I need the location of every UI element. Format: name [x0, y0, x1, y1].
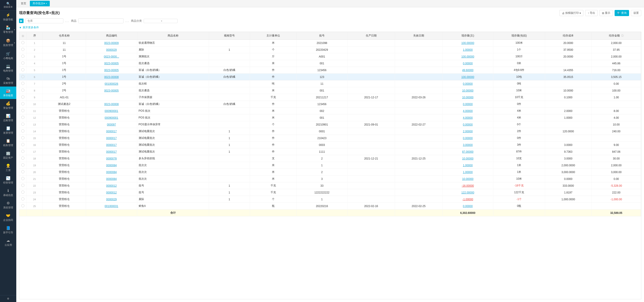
- row-qty-main[interactable]: 0.00000: [442, 60, 493, 67]
- sidebar-item-wholesale[interactable]: 📦 批发管理: [0, 36, 16, 49]
- row-code[interactable]: 0023-00008: [86, 74, 137, 80]
- row-code[interactable]: 0023-0000...: [86, 53, 137, 60]
- row-radio[interactable]: [19, 148, 26, 155]
- row-radio[interactable]: [19, 128, 26, 135]
- sidebar-settings-button[interactable]: ⚙: [0, 295, 16, 302]
- table-row[interactable]: 25 营营粉仓 001000031 鲜鱼A 瓶 20220216 2022-02…: [19, 203, 641, 210]
- row-code[interactable]: 0023-00008: [86, 101, 137, 108]
- col-warehouse[interactable]: 仓库名称: [42, 32, 86, 40]
- row-code[interactable]: 0000017: [86, 141, 137, 148]
- row-qty-main[interactable]: 10.00000: [442, 155, 493, 162]
- sidebar-item-quick-nav[interactable]: ⚡ 快捷导航: [0, 11, 16, 23]
- category-dropdown[interactable]: ▾: [144, 19, 178, 23]
- row-qty-main[interactable]: 100.00000: [442, 53, 493, 60]
- row-qty-main[interactable]: 1.00000: [442, 46, 493, 53]
- col-qty[interactable]: 现存量(包括): [493, 32, 545, 40]
- sidebar-item-invoice[interactable]: 🧾 发票管理: [0, 124, 16, 136]
- row-qty-main[interactable]: 0.00000: [442, 101, 493, 108]
- col-expire-date[interactable]: 失效日期: [395, 32, 442, 40]
- table-row[interactable]: 20 营营粉仓 0000084 批次次 米 2 1.00000 1米 3,000…: [19, 169, 641, 176]
- row-qty-main[interactable]: 0.00000: [442, 135, 493, 141]
- row-code[interactable]: 0000084: [86, 176, 137, 182]
- table-row[interactable]: 23 营营粉仓 0000012 批号 1 千克 1222222222 122.0…: [19, 189, 641, 196]
- row-radio[interactable]: [19, 141, 26, 148]
- row-qty-main[interactable]: 0.00000: [442, 80, 493, 87]
- row-qty-main[interactable]: 4.00000: [442, 114, 493, 121]
- row-radio[interactable]: [19, 108, 26, 114]
- sidebar-search[interactable]: 🔍 搜索菜单: [0, 0, 16, 11]
- row-qty-main[interactable]: 10.00000: [442, 176, 493, 182]
- display-button[interactable]: ⊞ 显示: [600, 10, 613, 16]
- row-radio[interactable]: [19, 67, 26, 74]
- row-qty-main[interactable]: 0.00000: [442, 203, 493, 210]
- sidebar-item-business[interactable]: 📉 经营管理: [0, 174, 16, 186]
- table-row[interactable]: 9 A01-01 子件保票据 千克 20211217 2021-12-17 20…: [19, 94, 641, 101]
- row-radio[interactable]: [19, 203, 26, 210]
- table-row[interactable]: 18 营营粉仓 0000078 多头异色软线 支 2 2021-12-21 20…: [19, 155, 641, 162]
- row-code[interactable]: 0000084: [86, 169, 137, 176]
- table-row[interactable]: 3 1号 0023-0000... 测测批次 斤 A001 100.00000 …: [19, 53, 641, 60]
- sidebar-item-guide[interactable]: 📘 新手引导: [0, 224, 16, 236]
- row-qty-main[interactable]: -1.00000: [442, 196, 493, 203]
- row-qty-main[interactable]: -16.00000: [442, 182, 493, 189]
- table-row[interactable]: 17 营营粉仓 0000017 测试电重批次 1 件 1111 87.00000…: [19, 148, 641, 155]
- row-code[interactable]: 0023-00005: [86, 67, 137, 74]
- sidebar-item-inventory[interactable]: 🏭 库存核查: [0, 87, 16, 99]
- row-code[interactable]: 0000029: [86, 46, 137, 53]
- row-code[interactable]: 0023-00009: [86, 40, 137, 46]
- table-row[interactable]: 10 测试遴选2 0023-00008 富诚（白色/奶橘） 白色/奶橘 件 12…: [19, 101, 641, 108]
- sidebar-item-ecommerce[interactable]: 💻 电商管理: [0, 62, 16, 74]
- row-radio[interactable]: [19, 169, 26, 176]
- table-row[interactable]: 6 1号 0023-00008 富诚（白色/奶橘） 白色/奶橘 件 123 10…: [19, 74, 641, 80]
- col-produce-date[interactable]: 生产日期: [348, 32, 395, 40]
- tab-inventory-batch[interactable]: 库存批次▾ ×: [30, 1, 50, 6]
- row-code[interactable]: 000097: [86, 121, 137, 128]
- col-product-name[interactable]: 商品名称: [137, 32, 209, 40]
- row-qty-main[interactable]: 100.00000: [442, 74, 493, 80]
- settings-button[interactable]: 设置: [631, 10, 641, 16]
- row-radio[interactable]: [19, 176, 26, 182]
- sidebar-item-purchase[interactable]: 🛍 采购管理: [0, 74, 16, 87]
- row-code[interactable]: 0000017: [86, 148, 137, 155]
- row-code[interactable]: 0000017: [86, 135, 137, 141]
- table-row[interactable]: 7 2号 001000026 批次框 吨 11 0.00000 0吨 0.00: [19, 80, 641, 87]
- sidebar-item-collaboration[interactable]: 🤝 企业协同: [0, 211, 16, 224]
- search-button[interactable]: 🔍 查询: [614, 10, 629, 16]
- col-product-code[interactable]: 商品编码: [86, 32, 137, 40]
- warehouse-input[interactable]: [27, 19, 61, 23]
- col-qty-main[interactable]: 现存量(主): [442, 32, 493, 40]
- row-code[interactable]: 001000031: [86, 203, 137, 210]
- row-code[interactable]: 0000012: [86, 189, 137, 196]
- row-qty-main[interactable]: 1.00000: [442, 169, 493, 176]
- row-radio[interactable]: [19, 196, 26, 203]
- row-radio[interactable]: [19, 121, 26, 128]
- row-qty-main[interactable]: 0.00000: [442, 121, 493, 128]
- col-spec[interactable]: 规格型号: [209, 32, 250, 40]
- table-row[interactable]: 5 1号 0023-00005 富诚（白色/奶橘） 白色/奶橘 件 123456…: [19, 67, 641, 74]
- row-radio[interactable]: [19, 162, 26, 169]
- row-code[interactable]: 0000017: [86, 128, 137, 135]
- export-button[interactable]: ↑ 导出: [585, 10, 598, 16]
- sidebar-item-cloud[interactable]: ☁ 云应用: [0, 236, 16, 248]
- row-radio[interactable]: [19, 94, 26, 101]
- table-row[interactable]: 14 营营粉仓 0000017 测试电重批次 1 件 0001 2.00000 …: [19, 128, 641, 135]
- product-input[interactable]: [80, 19, 122, 23]
- print-button[interactable]: 🖨 按模版打印 ▾: [560, 10, 584, 16]
- table-row[interactable]: 24 营营粉仓 0000029 展际 1 个 1 -1.00000 -1个 1,…: [19, 196, 641, 203]
- row-code[interactable]: 0000084: [86, 162, 137, 169]
- row-qty-main[interactable]: 1.00000: [442, 162, 493, 169]
- row-radio[interactable]: [19, 74, 26, 80]
- col-cost[interactable]: 结存成本: [545, 32, 592, 40]
- row-radio[interactable]: [19, 101, 26, 108]
- row-qty-main[interactable]: 10.00000: [442, 87, 493, 94]
- table-row[interactable]: 2 11 0000029 展际 1 个 20220429 1.00000 1个 …: [19, 46, 641, 53]
- row-code[interactable]: 0023-00005: [86, 60, 137, 67]
- table-row[interactable]: 13 营营粉仓 000097 POS显示率保异常 个 20210901 2021…: [19, 121, 641, 128]
- sidebar-item-retail[interactable]: 🏪 零售管理: [0, 23, 16, 36]
- row-radio[interactable]: [19, 189, 26, 196]
- col-amount[interactable]: 结存金额 ⓘ: [592, 32, 641, 40]
- row-code[interactable]: 0000029: [86, 196, 137, 203]
- tab-home[interactable]: 首页: [18, 1, 29, 6]
- row-radio[interactable]: [19, 53, 26, 60]
- row-radio[interactable]: [19, 114, 26, 121]
